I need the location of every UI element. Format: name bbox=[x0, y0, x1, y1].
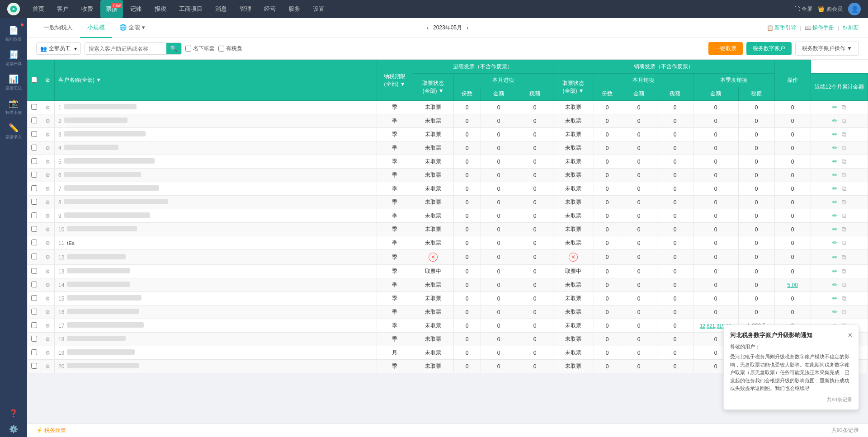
sidebar-item-settings[interactable]: ⚙️ bbox=[7, 421, 20, 437]
edit-btn[interactable]: ✏ bbox=[832, 185, 838, 192]
col-income-status[interactable]: 取票状态(全部) ▼ bbox=[413, 74, 453, 101]
row-settings-icon[interactable]: ⚙ bbox=[45, 159, 50, 165]
row-settings-icon[interactable]: ⚙ bbox=[45, 213, 50, 219]
manual-btn[interactable]: 📖 操作手册 bbox=[805, 24, 834, 32]
row-checkbox[interactable] bbox=[31, 309, 37, 315]
acc-12m-special[interactable]: 5.00 bbox=[787, 282, 797, 288]
edit-btn[interactable]: ✏ bbox=[832, 131, 838, 138]
copy-btn[interactable]: ⧉ bbox=[842, 281, 846, 288]
row-checkbox[interactable] bbox=[31, 282, 37, 287]
user-avatar[interactable]: 👤 bbox=[848, 3, 861, 15]
copy-btn[interactable]: ⧉ bbox=[842, 185, 846, 192]
tax-policy-link[interactable]: ⚡ 税务政策 bbox=[36, 427, 66, 434]
copy-btn[interactable]: ⧉ bbox=[842, 239, 846, 246]
select-all-checkbox[interactable] bbox=[31, 77, 37, 83]
row-checkbox[interactable] bbox=[31, 185, 37, 191]
edit-btn[interactable]: ✏ bbox=[832, 212, 838, 219]
next-month-btn[interactable]: › bbox=[467, 25, 468, 31]
sidebar-item-invoice-open[interactable]: 🧾 发票开具 bbox=[0, 46, 27, 70]
has-tax-checkbox[interactable] bbox=[218, 46, 224, 52]
under-account-checkbox-label[interactable]: 名下帐套 bbox=[185, 45, 215, 52]
digital-ops-btn[interactable]: 税务数字账户操作 ▼ bbox=[795, 42, 859, 56]
tab-all[interactable]: 🌐 全能 ▾ bbox=[112, 18, 152, 38]
col-sales-status[interactable]: 取票状态(全部) ▼ bbox=[553, 74, 594, 101]
search-input[interactable] bbox=[85, 44, 166, 54]
row-checkbox[interactable] bbox=[31, 104, 37, 110]
edit-btn[interactable]: ✏ bbox=[832, 198, 838, 206]
nav-message[interactable]: 消息 bbox=[210, 0, 232, 18]
nav-bizproject[interactable]: 工商项目 bbox=[174, 0, 208, 18]
row-checkbox[interactable] bbox=[31, 268, 37, 274]
row-settings-icon[interactable]: ⚙ bbox=[45, 323, 50, 329]
sidebar-item-scan-upload[interactable]: 📸 扫描上传 bbox=[0, 95, 27, 119]
row-settings-icon[interactable]: ⚙ bbox=[45, 296, 50, 302]
refresh-btn[interactable]: ↻ 刷新 bbox=[843, 24, 859, 32]
row-checkbox[interactable] bbox=[31, 226, 37, 232]
nav-tax[interactable]: 报税 bbox=[149, 0, 172, 18]
copy-btn[interactable]: ⧉ bbox=[842, 117, 846, 124]
copy-btn[interactable]: ⧉ bbox=[842, 254, 846, 261]
copy-btn[interactable]: ⧉ bbox=[842, 171, 846, 179]
row-checkbox[interactable] bbox=[31, 199, 37, 205]
row-settings-icon[interactable]: ⚙ bbox=[45, 186, 50, 192]
row-settings-icon[interactable]: ⚙ bbox=[45, 240, 50, 246]
new-guide-btn[interactable]: 📋 新手引导 bbox=[767, 24, 796, 32]
row-settings-icon[interactable]: ⚙ bbox=[45, 145, 50, 151]
copy-btn[interactable]: ⧉ bbox=[842, 158, 846, 165]
sidebar-item-invoice-summary[interactable]: 📊 票据汇总 bbox=[0, 70, 27, 95]
nav-bookkeep[interactable]: 记账 bbox=[125, 0, 147, 18]
edit-btn[interactable]: ✏ bbox=[832, 268, 838, 275]
sidebar-item-smart-invoice[interactable]: 📄 智能取票 bbox=[0, 22, 27, 46]
edit-btn[interactable]: ✏ bbox=[832, 239, 838, 246]
copy-btn[interactable]: ⧉ bbox=[842, 268, 846, 275]
edit-btn[interactable]: ✏ bbox=[832, 171, 838, 179]
row-settings-icon[interactable]: ⚙ bbox=[45, 350, 50, 356]
nav-operation[interactable]: 经营 bbox=[259, 0, 281, 18]
nav-settings[interactable]: 设置 bbox=[307, 0, 330, 18]
row-checkbox[interactable] bbox=[31, 363, 37, 369]
row-checkbox[interactable] bbox=[31, 131, 37, 137]
row-checkbox[interactable] bbox=[31, 295, 37, 301]
edit-btn[interactable]: ✏ bbox=[832, 158, 838, 165]
edit-btn[interactable]: ✏ bbox=[832, 254, 838, 261]
sidebar-item-help[interactable]: ❓ bbox=[7, 405, 20, 421]
nav-customer[interactable]: 客户 bbox=[52, 0, 74, 18]
nav-home[interactable]: 首页 bbox=[27, 0, 50, 18]
row-settings-icon[interactable]: ⚙ bbox=[45, 282, 50, 288]
prev-month-btn[interactable]: ‹ bbox=[427, 25, 429, 31]
edit-btn[interactable]: ✏ bbox=[832, 103, 838, 111]
row-settings-icon[interactable]: ⚙ bbox=[45, 363, 50, 370]
copy-btn[interactable]: ⧉ bbox=[842, 212, 846, 219]
has-tax-checkbox-label[interactable]: 有税盘 bbox=[218, 45, 242, 52]
row-settings-icon[interactable]: ⚙ bbox=[45, 104, 50, 111]
nav-manage[interactable]: 管理 bbox=[234, 0, 257, 18]
staff-select[interactable]: 👥 全部员工 ▾ bbox=[36, 42, 81, 55]
copy-btn[interactable]: ⧉ bbox=[842, 103, 846, 111]
copy-btn[interactable]: ⧉ bbox=[842, 144, 846, 151]
copy-btn[interactable]: ⧉ bbox=[842, 295, 846, 302]
nav-invoice[interactable]: 票据 new bbox=[100, 0, 123, 18]
row-checkbox[interactable] bbox=[31, 145, 37, 150]
digital-account-btn[interactable]: 税务数字账户 bbox=[746, 42, 792, 55]
row-checkbox[interactable] bbox=[31, 322, 37, 328]
row-settings-icon[interactable]: ⚙ bbox=[45, 309, 50, 315]
notification-close-btn[interactable]: × bbox=[848, 331, 852, 339]
col-tax-period[interactable]: 纳税期限(全部) ▼ bbox=[377, 60, 413, 101]
row-settings-icon[interactable]: ⚙ bbox=[45, 226, 50, 233]
copy-btn[interactable]: ⧉ bbox=[842, 308, 846, 315]
row-checkbox[interactable] bbox=[31, 172, 37, 178]
copy-btn[interactable]: ⧉ bbox=[842, 198, 846, 206]
row-settings-icon[interactable]: ⚙ bbox=[45, 118, 50, 124]
sidebar-item-invoice-entry[interactable]: ✏️ 票据录入 bbox=[0, 119, 27, 144]
tab-small[interactable]: 小规模 bbox=[80, 18, 112, 38]
row-checkbox[interactable] bbox=[31, 254, 37, 259]
col-checkbox[interactable] bbox=[28, 60, 41, 101]
one-click-btn[interactable]: 一键取票 bbox=[708, 42, 743, 55]
edit-btn[interactable]: ✏ bbox=[832, 295, 838, 302]
edit-btn[interactable]: ✏ bbox=[832, 226, 838, 233]
edit-btn[interactable]: ✏ bbox=[832, 144, 838, 151]
row-settings-icon[interactable]: ⚙ bbox=[45, 132, 50, 138]
row-checkbox[interactable] bbox=[31, 117, 37, 123]
row-checkbox[interactable] bbox=[31, 212, 37, 218]
row-settings-icon[interactable]: ⚙ bbox=[45, 254, 50, 260]
